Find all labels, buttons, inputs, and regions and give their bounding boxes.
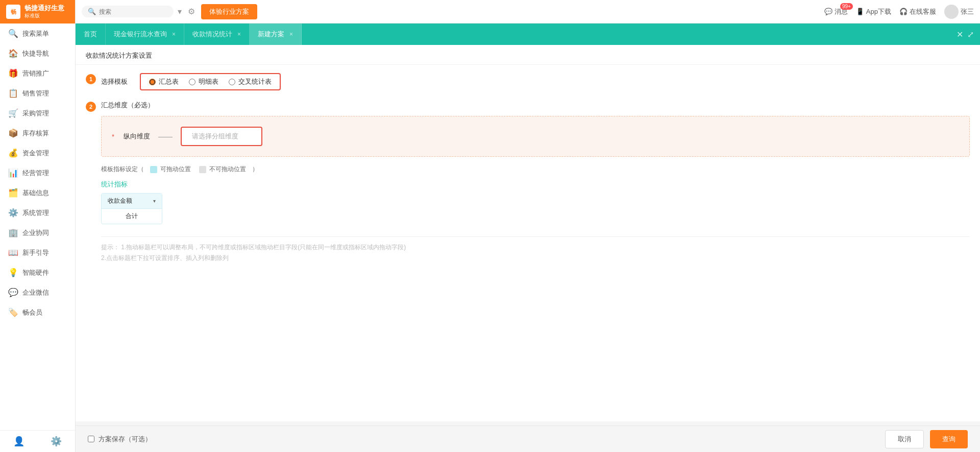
app-download-item[interactable]: 📱 App下载 xyxy=(856,7,891,16)
sidebar-item-label: 销售管理 xyxy=(22,89,49,98)
sidebar-item-guide[interactable]: 📖 新手引导 xyxy=(0,243,75,263)
sidebar-item-finance[interactable]: 💰 资金管理 xyxy=(0,143,75,163)
legend-fixed: 不可拖动位置 xyxy=(199,165,246,174)
topbar-search-box[interactable]: 🔍 xyxy=(82,6,174,17)
enterprise-icon: 🏢 xyxy=(8,228,18,237)
step1-badge: 1 xyxy=(86,74,96,84)
sidebar-bottom-settings[interactable]: ⚙️ xyxy=(51,436,62,447)
sidebar-bottom-user[interactable]: 👤 xyxy=(13,436,24,447)
fixed-label: 不可拖动位置 xyxy=(209,165,246,174)
query-button[interactable]: 查询 xyxy=(930,430,968,448)
gear-icon[interactable]: ⚙ xyxy=(188,7,195,16)
tips-section: 提示： 1.拖动标题栏可以调整布局，不可跨维度或指标区域拖动栏目字段(只能在同一… xyxy=(101,236,970,263)
sidebar-item-wechat[interactable]: 💬 企业微信 xyxy=(0,282,75,302)
message-badge: 99+ xyxy=(840,3,853,10)
sidebar-item-label: 企业微信 xyxy=(22,288,49,297)
sidebar-item-label: 资金管理 xyxy=(22,149,49,158)
tab-collection-stats-close[interactable]: × xyxy=(237,31,241,38)
tabbar-actions: ✕ ⤢ xyxy=(957,30,980,39)
tab-new-plan-close[interactable]: × xyxy=(289,31,293,38)
sidebar-item-member[interactable]: 🏷️ 畅会员 xyxy=(0,302,75,322)
purchase-icon: 🛒 xyxy=(8,108,18,118)
metrics-section: 模板指标设定（ 可拖动位置 不可拖动位置 xyxy=(101,165,970,224)
user-name-label: 张三 xyxy=(961,7,974,16)
online-service-icon: 🎧 xyxy=(899,8,908,15)
sidebar-item-label: 企业协同 xyxy=(22,228,49,237)
chevron-down-icon[interactable]: ▾ xyxy=(153,198,156,204)
sidebar-item-label: 搜索菜单 xyxy=(22,29,49,38)
guide-icon: 📖 xyxy=(8,248,18,257)
save-checkbox[interactable] xyxy=(88,436,94,442)
member-icon: 🏷️ xyxy=(8,307,18,317)
avatar xyxy=(944,5,959,19)
sidebar-item-operations[interactable]: 📊 经营管理 xyxy=(0,163,75,183)
arrow-icon: —— xyxy=(158,132,173,140)
online-service-item[interactable]: 🎧 在线客服 xyxy=(899,7,936,16)
wechat-icon: 💬 xyxy=(8,288,18,297)
required-mark: * xyxy=(112,133,114,140)
legend-draggable: 可拖动位置 xyxy=(150,165,191,174)
sidebar-item-sales[interactable]: 📋 销售管理 xyxy=(0,83,75,103)
message-item[interactable]: 💬 消息 99+ xyxy=(824,7,848,16)
app-download-label: App下载 xyxy=(866,7,891,16)
radio-detail-label: 明细表 xyxy=(199,77,218,86)
sidebar-item-quick-nav[interactable]: 🏠 快捷导航 xyxy=(0,43,75,63)
sales-icon: 📋 xyxy=(8,88,18,98)
radio-summary-label: 汇总表 xyxy=(159,77,179,86)
step2-badge: 2 xyxy=(86,102,96,112)
trial-button[interactable]: 体验行业方案 xyxy=(201,4,257,19)
tabbar: 首页 现金银行流水查询 × 收款情况统计 × 新建方案 × ✕ ⤢ xyxy=(76,23,980,45)
radio-detail[interactable]: 明细表 xyxy=(189,77,218,86)
user-avatar-icon: 👤 xyxy=(13,436,24,447)
metrics-header-end: ） xyxy=(252,165,258,174)
save-label: 方案保存（可选） xyxy=(99,435,152,444)
metrics-col-header-1[interactable]: 收款金额 ▾ xyxy=(102,194,162,209)
cancel-button[interactable]: 取消 xyxy=(885,430,924,448)
sidebar-item-label: 库存核算 xyxy=(22,129,49,138)
sidebar-item-search-menu[interactable]: 🔍 搜索菜单 xyxy=(0,23,75,43)
sidebar-item-label: 快捷导航 xyxy=(22,49,49,58)
group-dimension-selector[interactable]: 请选择分组维度 xyxy=(181,127,262,146)
marketing-icon: 🎁 xyxy=(8,68,18,78)
tab-home[interactable]: 首页 xyxy=(76,23,106,45)
search-menu-icon: 🔍 xyxy=(8,29,18,38)
online-service-label: 在线客服 xyxy=(910,7,936,16)
tab-collection-stats-label: 收款情况统计 xyxy=(192,30,232,39)
sidebar-item-label: 智能硬件 xyxy=(22,268,49,277)
page-header: 收款情况统计方案设置 xyxy=(76,45,980,65)
draggable-box xyxy=(150,166,157,173)
tab-cash-flow[interactable]: 现金银行流水查询 × xyxy=(106,23,184,45)
content-area: 收款情况统计方案设置 1 选择模板 汇总表 xyxy=(76,45,980,452)
config-title: 汇总维度（必选） xyxy=(101,101,970,110)
tabbar-expand-icon[interactable]: ⤢ xyxy=(967,30,974,39)
sidebar-item-label: 经营管理 xyxy=(22,169,49,178)
search-input[interactable] xyxy=(99,8,160,15)
tab-cash-flow-close[interactable]: × xyxy=(172,31,176,38)
tabbar-close-icon[interactable]: ✕ xyxy=(957,30,963,39)
radio-summary-input[interactable] xyxy=(149,79,156,85)
metrics-setting-label: 模板指标设定（ xyxy=(101,165,144,174)
sidebar-item-enterprise[interactable]: 🏢 企业协同 xyxy=(0,223,75,243)
sidebar-item-system[interactable]: ⚙️ 系统管理 xyxy=(0,203,75,223)
tab-home-label: 首页 xyxy=(84,30,97,39)
sidebar-item-inventory[interactable]: 📦 库存核算 xyxy=(0,123,75,143)
draggable-label: 可拖动位置 xyxy=(160,165,191,174)
user-name-item[interactable]: 张三 xyxy=(944,5,974,19)
sidebar: 畅 畅捷通好生意 标准版 🔍 搜索菜单 🏠 快捷导航 🎁 营销推广 📋 销售管理… xyxy=(0,0,76,452)
radio-cross[interactable]: 交叉统计表 xyxy=(229,77,272,86)
content-inner: 收款情况统计方案设置 1 选择模板 汇总表 xyxy=(76,45,980,421)
sidebar-item-basic-info[interactable]: 🗂️ 基础信息 xyxy=(0,183,75,203)
sidebar-item-label: 营销推广 xyxy=(22,69,49,78)
radio-detail-input[interactable] xyxy=(189,79,195,85)
radio-summary[interactable]: 汇总表 xyxy=(149,77,179,86)
sidebar-item-label: 基础信息 xyxy=(22,188,49,198)
dropdown-arrow-icon[interactable]: ▾ xyxy=(178,7,182,16)
tab-new-plan[interactable]: 新建方案 × xyxy=(250,23,302,45)
radio-cross-input[interactable] xyxy=(229,79,235,85)
metrics-header: 模板指标设定（ 可拖动位置 不可拖动位置 xyxy=(101,165,970,174)
sidebar-item-purchase[interactable]: 🛒 采购管理 xyxy=(0,103,75,123)
sidebar-item-smart-hw[interactable]: 💡 智能硬件 xyxy=(0,263,75,282)
tab-collection-stats[interactable]: 收款情况统计 × xyxy=(184,23,250,45)
main-section: 1 选择模板 汇总表 明细表 xyxy=(76,65,980,283)
sidebar-item-marketing[interactable]: 🎁 营销推广 xyxy=(0,63,75,83)
